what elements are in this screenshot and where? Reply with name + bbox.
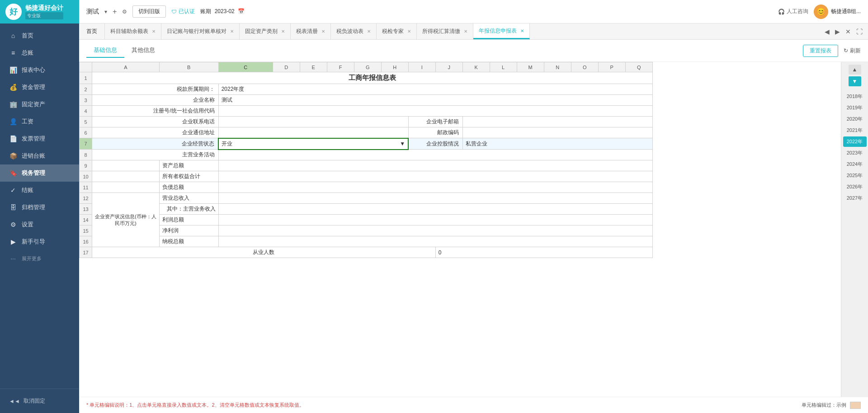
employee-label: 从业人数 <box>92 247 436 258</box>
company-name-value[interactable]: 测试 <box>218 95 652 106</box>
profit-value[interactable] <box>218 215 652 225</box>
year-2025[interactable]: 2025年 <box>843 170 867 181</box>
tax-total-value[interactable] <box>218 236 652 247</box>
calendar-icon: 📅 <box>238 8 245 14</box>
dropdown-arrow-icon[interactable]: ▼ <box>400 141 405 147</box>
tab-next-btn[interactable]: ▶ <box>833 27 842 36</box>
sub-tab-basic[interactable]: 基础信息 <box>86 43 124 58</box>
email-value[interactable] <box>462 117 652 127</box>
col-q: Q <box>625 62 652 72</box>
year-2020[interactable]: 2020年 <box>843 114 867 124</box>
close-tab-journal[interactable]: ✕ <box>230 29 234 34</box>
year-2024[interactable]: 2024年 <box>843 159 867 169</box>
sidebar-item-fund[interactable]: 💰 资金管理 <box>0 79 79 96</box>
tab-tax-inspection[interactable]: 税检专家 ✕ <box>377 23 417 39</box>
main-biz-value[interactable] <box>218 150 652 160</box>
sidebar-item-guide[interactable]: ▶ 新手引导 <box>0 233 79 250</box>
year-2022[interactable]: 2022年 <box>843 136 867 147</box>
row-num-15: 15 <box>80 225 92 236</box>
salary-icon: 👤 <box>9 118 17 125</box>
guide-icon: ▶ <box>9 238 17 245</box>
sidebar-item-stock[interactable]: 📦 进销台账 <box>0 147 79 164</box>
sidebar-item-tax[interactable]: 🔖 税务管理 <box>0 164 79 182</box>
address-value[interactable] <box>218 127 408 138</box>
biz-status-value[interactable]: 开业 ▼ <box>218 138 408 150</box>
postcode-value[interactable] <box>462 127 652 138</box>
year-2023[interactable]: 2023年 <box>843 148 867 158</box>
tab-tax-forms[interactable]: 税表清册 ✕ <box>291 23 331 39</box>
equity-value[interactable] <box>218 171 652 182</box>
revenue-value[interactable] <box>218 193 652 204</box>
tab-auxiliary[interactable]: 科目辅助余额表 ✕ <box>105 23 161 39</box>
close-tab-auxiliary[interactable]: ✕ <box>152 29 156 34</box>
dropdown-arrow[interactable]: ▾ <box>104 9 107 15</box>
row-num-16: 16 <box>80 236 92 247</box>
tab-home[interactable]: 首页 <box>79 23 105 39</box>
add-btn[interactable]: + <box>113 8 117 16</box>
year-2018[interactable]: 2018年 <box>843 91 867 102</box>
close-tab-tax-inspection[interactable]: ✕ <box>407 29 411 34</box>
tab-prev-btn[interactable]: ◀ <box>823 27 831 36</box>
service-btn[interactable]: 🎧 人工咨询 <box>778 8 808 15</box>
scroll-up-btn[interactable]: ▲ <box>849 65 861 75</box>
close-tab-tax-forms[interactable]: ✕ <box>321 29 325 34</box>
corner-cell <box>80 62 92 72</box>
sidebar-item-settings[interactable]: ⚙ 设置 <box>0 216 79 233</box>
employee-value[interactable]: 0 <box>435 247 652 258</box>
year-2027[interactable]: 2027年 <box>843 193 867 203</box>
close-tab-tax-fluctuation[interactable]: ✕ <box>367 29 371 34</box>
phone-value[interactable] <box>218 117 408 127</box>
holding-value[interactable]: 私营企业 <box>462 138 652 150</box>
tax-period-value[interactable]: 2022年度 <box>218 84 652 95</box>
tab-income-tax[interactable]: 所得税汇算清缴 ✕ <box>417 23 473 39</box>
title-cell[interactable]: 工商年报信息表 <box>92 72 653 84</box>
reset-btn[interactable]: 重置报表 <box>803 45 838 57</box>
sidebar-item-invoice[interactable]: 📄 发票管理 <box>0 130 79 147</box>
sidebar-item-asset[interactable]: 🏢 固定资产 <box>0 96 79 113</box>
close-tab-income-tax[interactable]: ✕ <box>464 29 467 34</box>
year-2026[interactable]: 2026年 <box>843 182 867 192</box>
col-j: J <box>435 62 462 72</box>
tab-journal[interactable]: 日记账与银行对账单核对 ✕ <box>161 23 240 39</box>
tab-annual-report[interactable]: 年报信息申报表 ✕ <box>473 23 530 39</box>
biz-status-dropdown[interactable]: 开业 ▼ <box>222 140 405 148</box>
close-tab-annual-report[interactable]: ✕ <box>520 28 524 33</box>
tab-fixed-asset[interactable]: 固定资产类别 ✕ <box>240 23 291 39</box>
total-assets-value[interactable] <box>218 160 652 171</box>
tab-tax-fluctuation[interactable]: 税负波动表 ✕ <box>331 23 377 39</box>
tab-expand-btn[interactable]: ⛶ <box>854 27 864 36</box>
scroll-down-btn[interactable]: ▼ <box>849 76 861 86</box>
switch-old-btn[interactable]: 切到旧版 <box>132 5 166 18</box>
year-2021[interactable]: 2021年 <box>843 125 867 136</box>
sidebar-item-home[interactable]: ⌂ 首页 <box>0 27 79 44</box>
sidebar-item-salary[interactable]: 👤 工资 <box>0 113 79 130</box>
sidebar-item-report[interactable]: 📊 报表中心 <box>0 61 79 79</box>
collapse-btn[interactable]: ◄◄ 取消固定 <box>0 393 79 409</box>
sub-tab-other[interactable]: 其他信息 <box>124 43 162 58</box>
content-area: 基础信息 其他信息 重置报表 ↻ 刷新 <box>79 40 868 413</box>
sidebar-item-archive[interactable]: 🗄 归档管理 <box>0 199 79 216</box>
liabilities-value[interactable] <box>218 182 652 193</box>
main-revenue-value[interactable] <box>218 204 652 215</box>
spreadsheet-body[interactable]: A B C D E F G H I J <box>79 62 841 397</box>
reg-code-value[interactable] <box>218 106 652 117</box>
sidebar-item-ledger[interactable]: ≡ 总账 <box>0 44 79 61</box>
sidebar-item-close[interactable]: ✓ 结账 <box>0 182 79 199</box>
sidebar-item-more[interactable]: ··· 展开更多 <box>0 250 79 267</box>
close-tab-fixed-asset[interactable]: ✕ <box>281 29 285 34</box>
row-num-13: 13 <box>80 204 92 215</box>
gear-btn[interactable]: ⚙ <box>122 9 127 15</box>
col-k: K <box>462 62 490 72</box>
sidebar-item-label: 税务管理 <box>22 169 45 177</box>
row-14: 14 利润总额 <box>80 215 653 225</box>
row-15: 15 净利润 <box>80 225 653 236</box>
top-bar-title: 测试 <box>86 8 99 16</box>
row-11: 11 负债总额 <box>80 182 653 193</box>
report-icon: 📊 <box>9 66 17 74</box>
user-menu[interactable]: 😊 畅捷通B组... <box>814 5 861 19</box>
tab-close-all-btn[interactable]: ✕ <box>844 27 853 36</box>
row-num-6: 6 <box>80 127 92 138</box>
year-2019[interactable]: 2019年 <box>843 103 867 113</box>
refresh-btn[interactable]: ↻ 刷新 <box>844 47 861 55</box>
net-profit-value[interactable] <box>218 225 652 236</box>
